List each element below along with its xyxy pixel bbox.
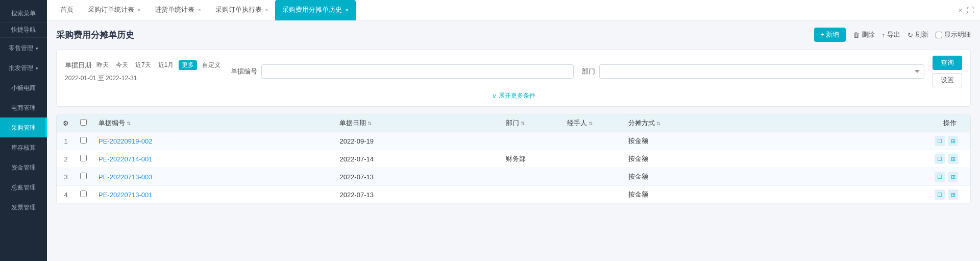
shortcut-today[interactable]: 今天 <box>114 60 130 70</box>
tab-inbound-stats[interactable]: 进货单统计表 × <box>148 0 208 20</box>
page-header: 采购费用分摊单历史 + 新增 🗑 删除 ↑ 导出 ↻ 刷新 显示明细 <box>56 28 971 42</box>
doc-num-link[interactable]: PE-20220713-003 <box>99 173 153 181</box>
filter-area: 单据日期 昨天 今天 近7天 近1月 更多 自定义 2022-01-01 至 2… <box>56 49 971 107</box>
doc-num-link[interactable]: PE-20220714-001 <box>99 155 153 163</box>
col-action: 操作 <box>929 114 970 132</box>
sidebar-item-mini-shop[interactable]: 小畅电商 <box>0 78 47 98</box>
show-columns-checkbox[interactable] <box>936 32 942 38</box>
row-doc-date: 2022-09-19 <box>334 132 501 150</box>
tab-purchase-order-exec[interactable]: 采购订单执行表 × <box>208 0 275 20</box>
view-icon[interactable]: ☐ <box>935 189 945 200</box>
detail-icon[interactable]: ⊞ <box>948 172 958 182</box>
row-doc-num: PE-20220713-001 <box>93 186 334 204</box>
col-settings[interactable]: ⚙ <box>57 114 75 132</box>
date-range-display: 2022-01-01 至 2022-12-31 <box>65 74 223 83</box>
row-checkbox[interactable] <box>80 155 87 161</box>
main-content: 首页 采购订单统计表 × 进货单统计表 × 采购订单执行表 × 采购费用分摊单历… <box>47 0 980 261</box>
close-tab-purchase-order-exec[interactable]: × <box>265 7 268 13</box>
col-handler[interactable]: 经手人⇅ <box>562 114 623 132</box>
col-dept[interactable]: 部门⇅ <box>501 114 562 132</box>
data-table: ⚙ 单据编号⇅ 单据日期⇅ 部门⇅ <box>56 114 971 204</box>
shortcut-7days[interactable]: 近7天 <box>133 60 153 70</box>
page-title: 采购费用分摊单历史 <box>56 29 134 41</box>
row-doc-num: PE-20220713-003 <box>93 168 334 186</box>
detail-icon[interactable]: ⊞ <box>948 189 958 200</box>
detail-icon[interactable]: ⊞ <box>948 136 958 146</box>
close-tab-purchase-cost-history[interactable]: × <box>345 7 348 13</box>
query-button[interactable]: 查询 <box>933 56 962 70</box>
row-split-method: 按金额 <box>623 186 929 204</box>
tab-bar: 首页 采购订单统计表 × 进货单统计表 × 采购订单执行表 × 采购费用分摊单历… <box>47 0 980 20</box>
shortcut-yesterday[interactable]: 昨天 <box>94 60 111 70</box>
row-actions: ☐ ⊞ <box>929 132 970 150</box>
row-checkbox-cell <box>75 168 93 186</box>
maximize-icon[interactable]: ⛶ <box>967 6 974 14</box>
refresh-button[interactable]: ↻ 刷新 <box>908 30 928 39</box>
row-checkbox-cell <box>75 132 93 150</box>
row-split-method: 按金额 <box>623 168 929 186</box>
col-doc-date[interactable]: 单据日期⇅ <box>334 114 501 132</box>
row-doc-num: PE-20220714-001 <box>93 150 334 168</box>
sidebar-item-retail[interactable]: 零售管理 ▾ <box>0 38 47 58</box>
sidebar-item-purchase[interactable]: 采购管理 <box>0 117 47 137</box>
row-handler <box>562 168 623 186</box>
row-doc-date: 2022-07-14 <box>334 150 501 168</box>
sidebar: 搜索菜单 快捷导航 零售管理 ▾ 批发管理 ▾ 小畅电商 电商管理 采购管理 库… <box>0 0 47 261</box>
row-doc-num: PE-20220919-002 <box>93 132 334 150</box>
dept-label: 部门 <box>582 67 595 76</box>
row-checkbox[interactable] <box>80 191 87 197</box>
view-icon[interactable]: ☐ <box>935 172 945 182</box>
doc-num-link[interactable]: PE-20220713-001 <box>99 191 153 199</box>
view-icon[interactable]: ☐ <box>935 136 945 146</box>
toolbar: + 新增 🗑 删除 ↑ 导出 ↻ 刷新 显示明细 <box>814 28 971 42</box>
sidebar-item-ledger[interactable]: 总账管理 <box>0 177 47 197</box>
shortcut-custom[interactable]: 自定义 <box>200 60 223 70</box>
col-doc-num[interactable]: 单据编号⇅ <box>93 114 334 132</box>
row-number: 3 <box>57 168 75 186</box>
delete-button[interactable]: 🗑 删除 <box>853 30 875 39</box>
sidebar-item-wholesale[interactable]: 批发管理 ▾ <box>0 58 47 78</box>
expand-button[interactable]: ∨ 展开更多条件 <box>492 91 535 100</box>
sidebar-item-finance[interactable]: 资金管理 <box>0 157 47 177</box>
setting-button[interactable]: 设置 <box>933 73 962 87</box>
refresh-icon: ↻ <box>908 31 913 39</box>
add-button[interactable]: + 新增 <box>814 28 845 42</box>
close-all-tabs-icon[interactable]: × <box>959 6 963 14</box>
sidebar-item-quick-nav[interactable]: 快捷导航 <box>0 22 47 38</box>
filter-row: 单据日期 昨天 今天 近7天 近1月 更多 自定义 2022-01-01 至 2… <box>65 56 962 87</box>
row-checkbox-cell <box>75 186 93 204</box>
doc-num-input[interactable] <box>261 64 573 79</box>
delete-icon: 🗑 <box>853 31 860 39</box>
export-button[interactable]: ↑ 导出 <box>882 30 901 39</box>
row-split-method: 按金额 <box>623 150 929 168</box>
col-checkbox <box>75 114 93 132</box>
dept-select[interactable]: 财务部 <box>599 64 924 79</box>
detail-icon[interactable]: ⊞ <box>948 154 958 164</box>
row-doc-date: 2022-07-13 <box>334 168 501 186</box>
shortcut-1month[interactable]: 近1月 <box>156 60 176 70</box>
tab-home[interactable]: 首页 <box>53 0 81 20</box>
doc-num-link[interactable]: PE-20220919-002 <box>99 137 153 145</box>
sidebar-item-invoice[interactable]: 发票管理 <box>0 197 47 217</box>
sidebar-item-inventory[interactable]: 库存核算 <box>0 137 47 157</box>
settings-icon: ⚙ <box>63 120 69 127</box>
tab-purchase-cost-history[interactable]: 采购费用分摊单历史 × <box>275 0 355 20</box>
view-icon[interactable]: ☐ <box>935 154 945 164</box>
row-dept <box>501 168 562 186</box>
sidebar-item-ecommerce[interactable]: 电商管理 <box>0 98 47 117</box>
table-row: 3 PE-20220713-003 2022-07-13 按金额 ☐ ⊞ <box>57 168 970 186</box>
show-columns-toggle[interactable]: 显示明细 <box>936 30 971 39</box>
table-row: 4 PE-20220713-001 2022-07-13 按金额 ☐ ⊞ <box>57 186 970 204</box>
select-all-checkbox[interactable] <box>80 119 87 126</box>
close-tab-purchase-order-stats[interactable]: × <box>137 7 140 13</box>
row-checkbox[interactable] <box>80 173 87 179</box>
row-checkbox[interactable] <box>80 137 87 144</box>
sidebar-item-search[interactable]: 搜索菜单 <box>0 5 47 22</box>
row-dept <box>501 186 562 204</box>
col-split-method[interactable]: 分摊方式⇅ <box>623 114 929 132</box>
date-filter-group: 单据日期 昨天 今天 近7天 近1月 更多 自定义 2022-01-01 至 2… <box>65 60 223 83</box>
shortcut-more[interactable]: 更多 <box>179 60 197 70</box>
filter-buttons: 查询 设置 <box>933 56 962 87</box>
tab-purchase-order-stats[interactable]: 采购订单统计表 × <box>81 0 148 20</box>
close-tab-inbound-stats[interactable]: × <box>198 7 201 13</box>
